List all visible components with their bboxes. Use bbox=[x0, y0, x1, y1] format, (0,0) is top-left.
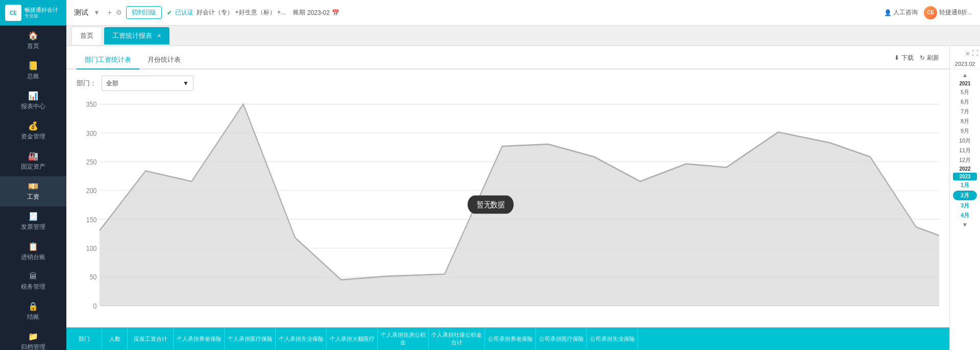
table-header-10: 公司承担医疗保险 bbox=[536, 328, 587, 350]
topbar-actions: + ⚙ 切到旧版 bbox=[107, 6, 162, 19]
sidebar-item-payroll[interactable]: 💴工资 bbox=[0, 176, 66, 206]
content-area: 部门工资统计表 月份统计表 ⬇ 下载 ↻ 刷新 bbox=[66, 46, 980, 350]
archive-icon: 📁 bbox=[28, 332, 38, 341]
sidebar-item-home[interactable]: 🏠首页 bbox=[0, 26, 66, 56]
month-item[interactable]: 4月 bbox=[950, 211, 980, 220]
topbar-right: 👤 人工咨询 CE 轻捷通8折... bbox=[884, 6, 972, 19]
invoices-icon: 🧾 bbox=[28, 212, 38, 221]
closing-icon: 🔒 bbox=[28, 301, 38, 311]
table-header-7: 个人承担住房公积金 bbox=[378, 328, 429, 350]
reports-icon: 📊 bbox=[28, 91, 38, 101]
panel-current-date: 2023.02 bbox=[950, 59, 980, 69]
next-year-btn[interactable]: ▼ bbox=[962, 220, 968, 229]
table-header-2: 应发工资合计 bbox=[128, 328, 174, 350]
tabs-bar: 首页 工资统计报表 × bbox=[66, 26, 980, 46]
panel-controls: × ⛶ bbox=[950, 49, 980, 59]
sidebar-item-label: 发票管理 bbox=[21, 223, 45, 231]
sidebar-item-archive[interactable]: 📁归档管理 bbox=[0, 326, 66, 350]
sub-tab-monthly[interactable]: 月份统计表 bbox=[139, 51, 189, 69]
topbar: 测试 ▼ + ⚙ 切到旧版 ✔ 已认证 好会计（专） +好生意（标） +... … bbox=[66, 0, 980, 26]
calendar-icon[interactable]: 📅 bbox=[332, 9, 339, 16]
main-area: 测试 ▼ + ⚙ 切到旧版 ✔ 已认证 好会计（专） +好生意（标） +... … bbox=[66, 0, 980, 350]
topbar-settings-btn[interactable]: ⚙ bbox=[116, 9, 122, 16]
refresh-icon: ↻ bbox=[920, 54, 925, 61]
sidebar-item-assets[interactable]: 🏭固定资产 bbox=[0, 146, 66, 176]
table-header-11: 公司承担失业保险 bbox=[587, 328, 638, 350]
certified-icon: ✔ bbox=[167, 9, 172, 16]
right-panel: × ⛶ 2023.02 ▲ 20215月6月7月8月9月10月11月12月202… bbox=[949, 46, 980, 350]
table-header-9: 公司承担养老保险 bbox=[485, 328, 536, 350]
ai-consult-btn[interactable]: 👤 人工咨询 bbox=[884, 8, 918, 17]
svg-text:300: 300 bbox=[86, 128, 97, 137]
month-item[interactable]: 3月 bbox=[950, 201, 980, 211]
month-item[interactable]: 10月 bbox=[950, 136, 980, 146]
topbar-status: ✔ 已认证 好会计（专） +好生意（标） +... bbox=[167, 8, 286, 17]
topbar-tags: 好会计（专） +好生意（标） +... bbox=[197, 8, 286, 17]
funds-icon: 💰 bbox=[28, 121, 38, 131]
month-item[interactable]: 9月 bbox=[950, 126, 980, 136]
month-item[interactable]: 1月 bbox=[950, 180, 980, 190]
month-item[interactable]: 2月 bbox=[953, 191, 977, 200]
chevron-down-icon: ▼ bbox=[183, 80, 189, 87]
topbar-title: 测试 bbox=[74, 8, 88, 17]
tax-icon: 🏛 bbox=[29, 272, 37, 281]
month-item[interactable]: 8月 bbox=[950, 116, 980, 126]
tab-home[interactable]: 首页 bbox=[71, 27, 102, 44]
sidebar-item-label: 税务管理 bbox=[21, 283, 45, 291]
sidebar-item-reports[interactable]: 📊报表中心 bbox=[0, 86, 66, 116]
month-item[interactable]: 11月 bbox=[950, 146, 980, 155]
sidebar-item-label: 工资 bbox=[27, 193, 39, 201]
panel-expand-btn[interactable]: ⛶ bbox=[972, 50, 978, 58]
month-item[interactable]: 6月 bbox=[950, 97, 980, 107]
sidebar-nav: 🏠首页📒总账📊报表中心💰资金管理🏭固定资产💴工资🧾发票管理📋进销台账🏛税务管理🔒… bbox=[0, 26, 66, 350]
user-info[interactable]: CE 轻捷通8折... bbox=[924, 6, 972, 19]
year-2022: 2022 bbox=[950, 165, 980, 173]
sidebar-item-label: 固定资产 bbox=[21, 162, 45, 171]
tab-close-btn[interactable]: × bbox=[157, 32, 161, 39]
switch-old-btn[interactable]: 切到旧版 bbox=[126, 6, 162, 19]
topbar-dropdown-arrow[interactable]: ▼ bbox=[93, 9, 100, 16]
sub-tab-dept[interactable]: 部门工资统计表 bbox=[77, 51, 139, 69]
assets-icon: 🏭 bbox=[28, 151, 38, 161]
sidebar-item-label: 进销台账 bbox=[21, 253, 45, 262]
sidebar-item-ledger[interactable]: 📒总账 bbox=[0, 56, 66, 86]
sidebar-item-label: 资金管理 bbox=[21, 132, 45, 141]
refresh-btn[interactable]: ↻ 刷新 bbox=[920, 54, 939, 62]
sidebar-item-invoices[interactable]: 🧾发票管理 bbox=[0, 206, 66, 237]
svg-text:50: 50 bbox=[90, 272, 97, 282]
svg-text:200: 200 bbox=[86, 186, 97, 195]
table-footer: 部门人数应发工资合计个人承担养老保险个人承担医疗保险个人承担失业保险个人承担大额… bbox=[66, 327, 949, 350]
sidebar-item-funds[interactable]: 💰资金管理 bbox=[0, 116, 66, 146]
sidebar-item-label: 归档管理 bbox=[21, 343, 45, 350]
month-item[interactable]: 5月 bbox=[950, 87, 980, 97]
month-item[interactable]: 12月 bbox=[950, 155, 980, 165]
sidebar-item-sales[interactable]: 📋进销台账 bbox=[0, 237, 66, 267]
svg-text:暂无数据: 暂无数据 bbox=[477, 200, 504, 209]
home-icon: 🏠 bbox=[28, 31, 38, 40]
sub-tab-actions: ⬇ 下载 ↻ 刷新 bbox=[894, 54, 939, 66]
logo-text: 畅捷通好会计 专业版 bbox=[24, 6, 58, 19]
table-header-0: 部门 bbox=[66, 328, 102, 350]
sidebar-item-label: 报表中心 bbox=[21, 102, 45, 111]
sidebar-item-closing[interactable]: 🔒结账 bbox=[0, 296, 66, 326]
table-footer-inner: 部门人数应发工资合计个人承担养老保险个人承担医疗保险个人承担失业保险个人承担大额… bbox=[66, 328, 949, 350]
prev-year-btn[interactable]: ▲ bbox=[962, 71, 968, 80]
ledger-icon: 📒 bbox=[28, 61, 38, 71]
topbar-period: 账期 2023-02 📅 bbox=[293, 8, 339, 17]
certified-label: 已认证 bbox=[175, 8, 193, 17]
sidebar: CE 畅捷通好会计 专业版 🏠首页📒总账📊报表中心💰资金管理🏭固定资产💴工资🧾发… bbox=[0, 0, 66, 350]
dept-select[interactable]: 全部 ▼ bbox=[102, 76, 193, 91]
download-btn[interactable]: ⬇ 下载 bbox=[894, 54, 914, 62]
month-item[interactable]: 7月 bbox=[950, 107, 980, 116]
app-logo: CE 畅捷通好会计 专业版 bbox=[0, 0, 66, 26]
dept-filter-label: 部门： bbox=[77, 79, 96, 88]
panel-nav: ▲ 20215月6月7月8月9月10月11月12月202220231月2月3月4… bbox=[950, 69, 980, 230]
table-header-4: 个人承担医疗保险 bbox=[225, 328, 276, 350]
svg-text:350: 350 bbox=[86, 100, 97, 109]
chart-svg: 350 300 250 200 150 100 50 0 bbox=[77, 97, 939, 322]
sidebar-item-tax[interactable]: 🏛税务管理 bbox=[0, 267, 66, 296]
year-2023-active: 2023 bbox=[953, 173, 977, 180]
topbar-add-btn[interactable]: + bbox=[107, 8, 112, 17]
tab-payroll-report[interactable]: 工资统计报表 × bbox=[104, 27, 169, 44]
panel-close-btn[interactable]: × bbox=[966, 50, 970, 58]
